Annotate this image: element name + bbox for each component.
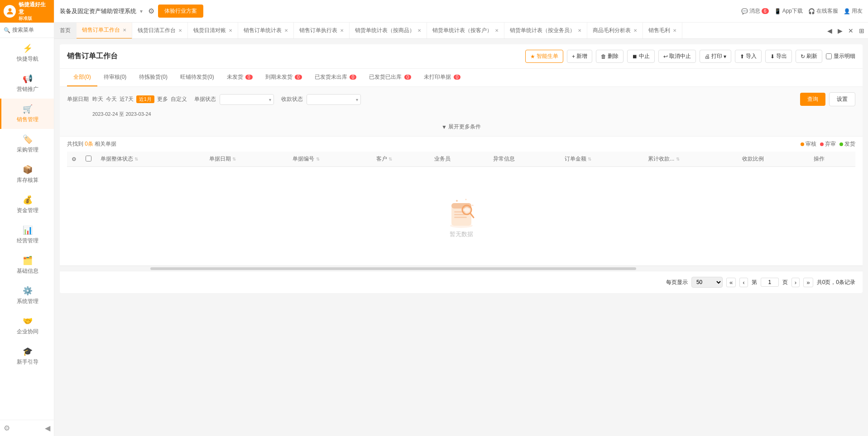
user-info[interactable]: 👤 用友 — [844, 7, 863, 15]
col-amount-sort[interactable]: ⇅ — [588, 156, 591, 161]
filter-tab-wangpu[interactable]: 旺铺待发货(0) — [174, 69, 221, 86]
status-select[interactable] — [220, 94, 274, 105]
filter-tab-all[interactable]: 全部(0) — [67, 69, 97, 86]
sidebar-item-purchase[interactable]: 🏷️ 采购管理 — [0, 129, 54, 159]
date-link-today[interactable]: 今天 — [106, 95, 117, 103]
tab-sales-workbench-close[interactable]: ✕ — [123, 28, 126, 33]
col-date-sort[interactable]: ⇅ — [232, 156, 236, 161]
collapse-icon[interactable]: ◀ — [45, 424, 50, 432]
topbar-arrow[interactable]: ▾ — [140, 8, 143, 14]
page-next-btn[interactable]: › — [791, 278, 800, 287]
date-link-1month[interactable]: 近1月 — [136, 95, 154, 103]
col-settings[interactable]: ⚙ — [67, 152, 81, 167]
search-menu[interactable]: 🔍 搜索菜单 — [0, 23, 54, 38]
trial-button[interactable]: 体验行业方案 — [158, 5, 203, 18]
stop-btn[interactable]: ⏹ 中止 — [627, 50, 655, 63]
payment-select[interactable] — [307, 94, 361, 105]
expand-btn[interactable]: ▼ 展开更多条件 — [441, 123, 481, 131]
sidebar-item-inventory[interactable]: 📦 库存核算 — [0, 159, 54, 190]
filter-tab-pending-audit[interactable]: 待审核(0) — [97, 69, 133, 86]
tab-close-all[interactable]: ✕ — [846, 26, 855, 35]
tab-goods-stats[interactable]: 销货单统计表（按商品） ✕ — [350, 23, 427, 39]
refresh-btn[interactable]: ↻ 刷新 — [796, 50, 822, 63]
add-btn[interactable]: + 新增 — [567, 50, 592, 63]
col-number-sort[interactable]: ⇅ — [316, 156, 320, 161]
tab-reconcile-close[interactable]: ✕ — [229, 28, 232, 33]
filter-tab-shipped-no-out[interactable]: 已发货未出库 0 — [308, 69, 363, 86]
col-checkbox[interactable] — [81, 152, 96, 167]
tab-customer-stats-close[interactable]: ✕ — [495, 28, 499, 33]
date-link-more[interactable]: 更多 — [157, 95, 168, 103]
col-collected-sort[interactable]: ⇅ — [676, 156, 680, 161]
tab-sales-stats[interactable]: 销售订单统计表 ✕ — [238, 23, 294, 39]
filter-tab-unshipped[interactable]: 未发货 0 — [221, 69, 259, 86]
tab-sales-exec-close[interactable]: ✕ — [340, 28, 344, 33]
tab-reconcile[interactable]: 钱货日清对账 ✕ — [188, 23, 238, 39]
inventory-label: 库存核算 — [17, 176, 38, 184]
show-detail-checkbox[interactable] — [826, 53, 832, 59]
sidebar-item-finance[interactable]: 💰 资金管理 — [0, 190, 54, 220]
col-status-sort[interactable]: ⇅ — [134, 156, 138, 161]
query-btn[interactable]: 查询 — [800, 93, 825, 106]
tab-staff-stats-close[interactable]: ✕ — [578, 28, 581, 33]
set-btn[interactable]: 设置 — [829, 92, 855, 106]
sidebar-item-guide[interactable]: 🎓 新手引导 — [0, 341, 54, 371]
tab-staff-stats[interactable]: 销货单统计表（按业务员） ✕ — [504, 23, 587, 39]
tab-sales-gross-close[interactable]: ✕ — [673, 28, 676, 33]
tab-next[interactable]: ▶ — [836, 26, 844, 35]
delete-btn[interactable]: 🗑 删除 — [596, 50, 623, 63]
tab-sales-workbench[interactable]: 销售订单工作台 ✕ — [77, 23, 132, 39]
date-link-7days[interactable]: 近7天 — [120, 95, 134, 103]
col-number: 单据编号 ⇅ — [288, 152, 371, 167]
filter-tab-unprinted[interactable]: 未打印单据 0 — [417, 69, 467, 86]
sidebar-item-system[interactable]: ⚙️ 系统管理 — [0, 280, 54, 311]
scrollbar-track[interactable] — [150, 267, 636, 270]
page-size-select[interactable]: 50 100 200 — [691, 277, 723, 288]
online-service-link[interactable]: 🎧 在线客服 — [808, 7, 838, 15]
settings-icon[interactable]: ⚙ — [4, 424, 10, 432]
tab-gross-profit-close[interactable]: ✕ — [633, 28, 637, 33]
page-first-btn[interactable]: « — [726, 278, 736, 287]
audit-quick-btn[interactable]: 审核 — [801, 140, 816, 148]
smart-btn[interactable]: ★ 智能生单 — [525, 50, 563, 63]
message-badge: 6 — [762, 8, 769, 14]
cancel-stop-btn[interactable]: ↩ 取消中止 — [658, 50, 696, 63]
date-link-custom[interactable]: 自定义 — [171, 95, 187, 103]
tab-sales-gross[interactable]: 销售毛利 ✕ — [643, 23, 682, 39]
import-btn[interactable]: ⬆ 导入 — [735, 50, 762, 63]
print-btn[interactable]: 🖨 打印 ▾ — [700, 50, 731, 63]
tab-gross-profit-label: 商品毛利分析表 — [593, 27, 631, 34]
page-input[interactable] — [761, 278, 779, 287]
sidebar-item-operations[interactable]: 📊 经营管理 — [0, 220, 54, 250]
tab-cash-daily[interactable]: 钱货日清工作台 ✕ — [132, 23, 188, 39]
tab-home[interactable]: 首页 — [54, 23, 77, 39]
topbar-settings-icon[interactable]: ⚙ — [148, 7, 154, 15]
sidebar-item-marketing[interactable]: 📢 营销推广 — [0, 68, 54, 99]
sidebar-item-sales[interactable]: 🛒 销售管理 — [0, 99, 54, 129]
show-detail-toggle[interactable]: 显示明细 — [826, 52, 855, 60]
message-link[interactable]: 💬 消息 6 — [741, 7, 769, 15]
filter-tab-shipped-out[interactable]: 已发货已出库 0 — [363, 69, 417, 86]
col-customer-sort[interactable]: ⇅ — [388, 156, 392, 161]
tab-customer-stats[interactable]: 销货单统计表（按客户） ✕ — [427, 23, 504, 39]
date-link-yesterday[interactable]: 昨天 — [92, 95, 103, 103]
filter-tab-overdue[interactable]: 到期未发货 0 — [259, 69, 308, 86]
page-prev-btn[interactable]: ‹ — [739, 278, 748, 287]
page-last-btn[interactable]: » — [803, 278, 813, 287]
select-all-checkbox[interactable] — [86, 156, 91, 161]
cancel-audit-quick-btn[interactable]: 弃审 — [820, 140, 836, 148]
sidebar-item-basic-info[interactable]: 🗂️ 基础信息 — [0, 250, 54, 280]
tab-cash-daily-close[interactable]: ✕ — [178, 28, 182, 33]
tab-gross-profit[interactable]: 商品毛利分析表 ✕ — [587, 23, 643, 39]
filter-tab-pending-check[interactable]: 待拣验货(0) — [133, 69, 174, 86]
export-btn[interactable]: ⬇ 导出 — [765, 50, 792, 63]
tab-goods-stats-close[interactable]: ✕ — [417, 28, 421, 33]
sidebar-item-enterprise[interactable]: 🤝 企业协同 — [0, 311, 54, 341]
app-download-link[interactable]: 📱 App下载 — [774, 7, 803, 15]
tab-sales-exec[interactable]: 销售订单执行表 ✕ — [294, 23, 350, 39]
tab-prev[interactable]: ◀ — [825, 26, 834, 35]
tab-sales-stats-close[interactable]: ✕ — [284, 28, 288, 33]
tab-expand[interactable]: ⊞ — [857, 26, 866, 35]
sidebar-item-quick-nav[interactable]: ⚡ 快捷导航 — [0, 38, 54, 68]
ship-quick-btn[interactable]: 发货 — [839, 140, 855, 148]
